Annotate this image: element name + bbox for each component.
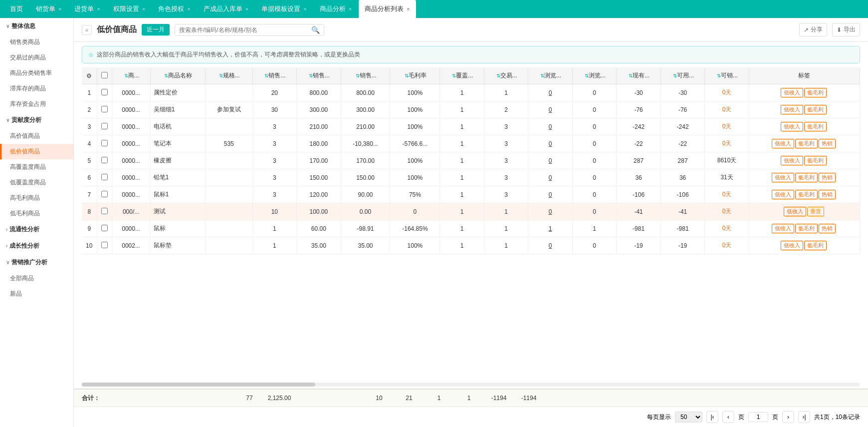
row-checkbox[interactable]	[101, 174, 108, 180]
col-name[interactable]: ⇅商品名称	[150, 67, 205, 84]
col-browse1[interactable]: ⇅浏览...	[528, 67, 573, 84]
col-sellable[interactable]: ⇅可销...	[705, 67, 749, 84]
nav-permissions[interactable]: 权限设置 ×	[107, 0, 151, 18]
cell-checkbox[interactable]	[97, 237, 112, 254]
cell-sellable: 0天	[705, 101, 749, 118]
nav-purchase[interactable]: 进货单 ×	[68, 0, 106, 18]
row-checkbox[interactable]	[101, 225, 108, 231]
cell-checkbox[interactable]	[97, 220, 112, 237]
cell-checkbox[interactable]	[97, 169, 112, 186]
row-checkbox[interactable]	[101, 242, 108, 248]
sidebar-item-sales-goods[interactable]: 销售类商品	[0, 34, 73, 50]
sidebar-group-contribution[interactable]: ∨ 贡献度分析	[0, 112, 73, 128]
cell-browse1[interactable]: 0	[528, 84, 573, 101]
close-icon[interactable]: ×	[303, 6, 306, 12]
col-trade[interactable]: ⇅交易...	[484, 67, 528, 84]
prev-page-button[interactable]: ‹	[722, 411, 734, 423]
search-icon[interactable]: 🔍	[311, 26, 320, 34]
share-button[interactable]: ↗ 分享	[799, 23, 827, 36]
nav-role-auth[interactable]: 角色授权 ×	[152, 0, 196, 18]
row-checkbox[interactable]	[101, 89, 108, 95]
close-icon[interactable]: ×	[142, 6, 145, 12]
col-sales-profit[interactable]: ⇅销售...	[341, 67, 390, 84]
col-tags[interactable]: 标签	[749, 67, 860, 84]
date-filter-button[interactable]: 近一月	[142, 24, 170, 35]
cell-checkbox[interactable]	[97, 135, 112, 152]
close-icon[interactable]: ×	[349, 6, 352, 12]
close-icon[interactable]: ×	[187, 6, 190, 12]
close-icon[interactable]: ×	[58, 6, 61, 12]
col-margin[interactable]: ⇅毛利率	[390, 67, 440, 84]
sidebar-item-low-value[interactable]: 低价值商品	[0, 144, 73, 159]
sidebar-item-traded-goods[interactable]: 交易过的商品	[0, 50, 73, 65]
nav-goods-list[interactable]: 商品分析列表 ×	[359, 0, 416, 18]
select-all-checkbox[interactable]	[101, 72, 108, 78]
cell-browse1[interactable]: 0	[528, 118, 573, 135]
nav-product-stock[interactable]: 产成品入库单 ×	[198, 0, 254, 18]
sidebar-item-all-goods[interactable]: 全部商品	[0, 271, 73, 286]
last-page-button[interactable]: ›|	[798, 411, 810, 423]
current-page-input[interactable]	[748, 412, 768, 422]
close-icon[interactable]: ×	[97, 6, 100, 12]
close-icon[interactable]: ×	[245, 6, 248, 12]
col-gear[interactable]: ⚙	[82, 67, 97, 84]
col-code[interactable]: ⇅商...	[112, 67, 150, 84]
export-button[interactable]: ⬇ 导出	[832, 23, 860, 36]
first-page-button[interactable]: |‹	[706, 411, 718, 423]
cell-browse1[interactable]: 0	[528, 186, 573, 203]
row-checkbox[interactable]	[101, 157, 108, 163]
sidebar-item-category-rate[interactable]: 商品分类销售率	[0, 65, 73, 81]
cell-checkbox[interactable]	[97, 118, 112, 135]
cell-browse1[interactable]: 1	[528, 220, 573, 237]
col-sales-amount[interactable]: ⇅销售...	[297, 67, 341, 84]
sidebar-item-high-coverage[interactable]: 高覆盖度商品	[0, 159, 73, 175]
sidebar-item-stock-capital[interactable]: 库存资金占用	[0, 96, 73, 112]
sidebar-group-growth[interactable]: › 成长性分析	[0, 238, 73, 254]
cell-checkbox[interactable]	[97, 84, 112, 101]
sidebar-item-slow-goods[interactable]: 滞库存的商品	[0, 81, 73, 96]
sidebar-item-high-value[interactable]: 高价值商品	[0, 128, 73, 144]
nav-sales[interactable]: 销货单 ×	[30, 0, 67, 18]
sidebar-group-overall[interactable]: ∨ 整体信息	[0, 18, 73, 34]
row-checkbox[interactable]	[101, 123, 108, 129]
row-checkbox[interactable]	[101, 106, 108, 112]
cell-browse1[interactable]: 0	[528, 135, 573, 152]
col-coverage[interactable]: ⇅覆盖...	[440, 67, 484, 84]
next-page-button[interactable]: ›	[782, 411, 794, 423]
cell-checkbox[interactable]	[97, 101, 112, 118]
row-checkbox[interactable]	[101, 191, 108, 197]
sidebar-item-low-coverage[interactable]: 低覆盖度商品	[0, 175, 73, 190]
scrollbar-thumb[interactable]	[82, 383, 315, 387]
cell-browse1[interactable]: 0	[528, 169, 573, 186]
sidebar-group-liquidity[interactable]: › 流通性分析	[0, 221, 73, 238]
col-sales-qty[interactable]: ⇅销售...	[252, 67, 297, 84]
row-checkbox[interactable]	[101, 208, 108, 214]
sidebar-item-new-goods[interactable]: 新品	[0, 286, 73, 302]
col-checkbox[interactable]	[97, 67, 112, 84]
row-checkbox[interactable]	[101, 140, 108, 146]
cell-current: -106	[617, 186, 661, 203]
cell-checkbox[interactable]	[97, 203, 112, 220]
sidebar-group-marketing[interactable]: ∨ 营销推广分析	[0, 254, 73, 271]
col-browse2[interactable]: ⇅浏览...	[572, 67, 617, 84]
horizontal-scrollbar[interactable]	[82, 383, 860, 387]
nav-template[interactable]: 单据模板设置 ×	[255, 0, 312, 18]
col-available[interactable]: ⇅可用...	[660, 67, 705, 84]
nav-goods-analysis[interactable]: 商品分析 ×	[314, 0, 358, 18]
browse-link[interactable]: 1	[549, 225, 552, 232]
sidebar-item-low-margin[interactable]: 低毛利商品	[0, 206, 73, 221]
cell-browse1[interactable]: 0	[528, 203, 573, 220]
search-input[interactable]	[179, 26, 308, 33]
cell-browse1[interactable]: 0	[528, 152, 573, 169]
page-size-select[interactable]: 50 100	[675, 412, 702, 423]
col-current[interactable]: ⇅现有...	[617, 67, 661, 84]
cell-browse1[interactable]: 0	[528, 101, 573, 118]
nav-home[interactable]: 首页	[4, 0, 29, 18]
sidebar-item-high-margin[interactable]: 高毛利商品	[0, 190, 73, 206]
close-icon[interactable]: ×	[407, 6, 410, 12]
cell-checkbox[interactable]	[97, 152, 112, 169]
cell-browse1[interactable]: 0	[528, 237, 573, 254]
cell-checkbox[interactable]	[97, 186, 112, 203]
collapse-sidebar-button[interactable]: «	[82, 25, 92, 35]
col-spec[interactable]: ⇅规格...	[205, 67, 252, 84]
